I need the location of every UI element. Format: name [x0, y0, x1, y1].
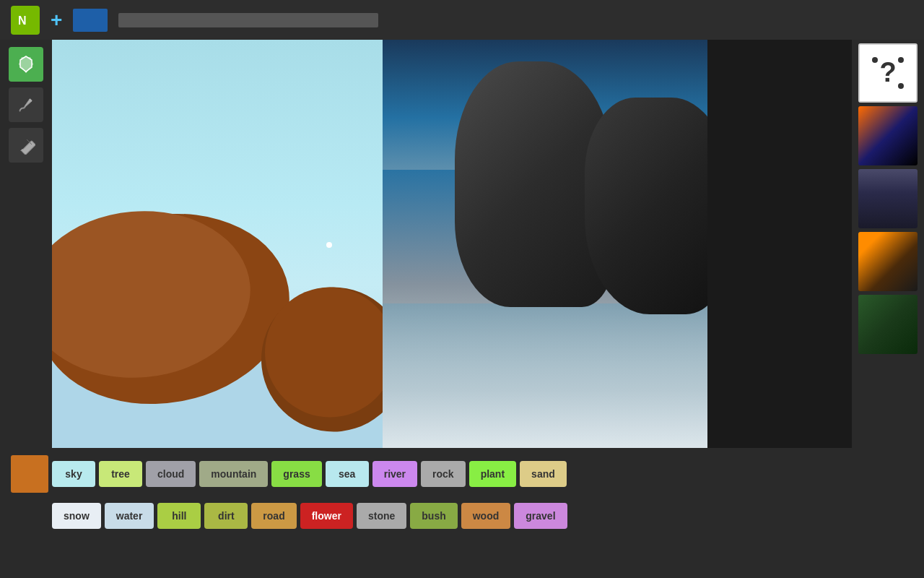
left-toolbar — [0, 40, 52, 448]
row2-spacer — [11, 497, 48, 535]
label-btn-cloud[interactable]: cloud — [146, 461, 196, 487]
label-btn-water[interactable]: water — [105, 503, 154, 529]
thumbnail-1[interactable] — [858, 106, 918, 165]
label-btn-gravel[interactable]: gravel — [514, 503, 567, 529]
nvidia-logo: N — [11, 6, 40, 35]
drawing-canvas[interactable] — [52, 40, 383, 448]
label-btn-river[interactable]: river — [372, 461, 417, 487]
thumbnail-3[interactable] — [858, 232, 918, 291]
photo-preview — [383, 40, 707, 448]
svg-rect-5 — [22, 141, 35, 155]
svg-point-14 — [898, 57, 904, 63]
bottom-palette: skytreecloudmountaingrassseariverrockpla… — [0, 448, 924, 578]
label-btn-sky[interactable]: sky — [52, 461, 95, 487]
thumbnail-panel: ? — [852, 40, 924, 448]
label-btn-tree[interactable]: tree — [99, 461, 142, 487]
label-btn-sea[interactable]: sea — [326, 461, 369, 487]
photo-water — [383, 303, 707, 448]
label-btn-rock[interactable]: rock — [421, 461, 466, 487]
random-thumbnail[interactable]: ? — [858, 43, 918, 103]
svg-point-15 — [898, 83, 904, 89]
label-btn-sand[interactable]: sand — [520, 461, 567, 487]
label-btn-plant[interactable]: plant — [469, 461, 516, 487]
label-row-1: skytreecloudmountaingrassseariverrockpla… — [52, 461, 567, 487]
label-btn-hill[interactable]: hill — [157, 503, 201, 529]
color-bar — [73, 9, 108, 32]
photo-rock-right — [585, 98, 707, 314]
brush-tool[interactable] — [9, 87, 43, 122]
label-btn-grass[interactable]: grass — [271, 461, 321, 487]
thumbnail-2[interactable] — [858, 169, 918, 228]
label-btn-road[interactable]: road — [251, 503, 296, 529]
generated-image — [383, 40, 707, 448]
label-btn-flower[interactable]: flower — [300, 503, 353, 529]
thumbnail-4[interactable] — [858, 295, 918, 354]
svg-text:N: N — [18, 14, 27, 27]
label-btn-dirt[interactable]: dirt — [204, 503, 248, 529]
top-bar: N + — [0, 0, 924, 40]
add-button[interactable]: + — [51, 9, 62, 32]
label-btn-mountain[interactable]: mountain — [199, 461, 268, 487]
label-btn-stone[interactable]: stone — [357, 503, 406, 529]
paint-bucket-tool[interactable] — [9, 47, 43, 82]
ground-layer — [52, 361, 383, 448]
label-btn-bush[interactable]: bush — [410, 503, 457, 529]
label-btn-wood[interactable]: wood — [461, 503, 511, 529]
label-btn-snow[interactable]: snow — [52, 503, 101, 529]
pencil-tool[interactable] — [9, 128, 43, 163]
progress-bar — [118, 13, 378, 27]
svg-text:?: ? — [879, 57, 896, 87]
current-color-swatch[interactable] — [11, 455, 48, 493]
label-row-2: snowwaterhilldirtroadflowerstonebushwood… — [52, 503, 567, 529]
svg-point-13 — [872, 57, 878, 63]
